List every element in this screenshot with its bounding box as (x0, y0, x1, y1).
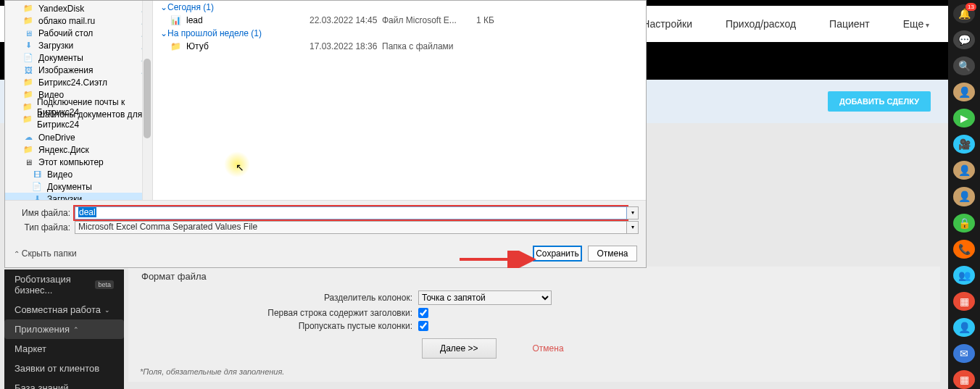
save-button[interactable]: Сохранить (533, 246, 582, 262)
cancel-button[interactable]: Отмена (588, 246, 637, 262)
first-row-checkbox[interactable] (418, 308, 428, 318)
add-deal-button[interactable]: ДОБАВИТЬ СДЕЛКУ (828, 91, 931, 112)
skip-empty-checkbox[interactable] (418, 321, 428, 331)
sidebar-item[interactable]: 🖥Рабочий стол📌 (5, 27, 152, 39)
file-date: 22.03.2022 14:45 (310, 15, 382, 25)
contact-avatar-1[interactable]: 👤 (953, 83, 975, 101)
required-note: *Поля, обязательные для заполнения. (128, 359, 940, 376)
folder-icon: ⬇ (31, 194, 43, 201)
sidebar-item-label: Загрузки (38, 41, 73, 51)
nav-income[interactable]: Приход/расход (726, 18, 796, 30)
nav-robotization[interactable]: Роботизация бизнес... (4, 269, 124, 300)
sidebar-item[interactable]: ☁OneDrive (5, 131, 152, 143)
folder-icon: 🎞 (31, 170, 43, 180)
search-icon[interactable]: 🔍 (953, 57, 975, 75)
folder-icon: 🖼 (22, 65, 34, 75)
col-sep-select[interactable]: Точка с запятой (418, 290, 552, 305)
col-sep-label: Разделитель колонок: (128, 293, 418, 303)
filetype-dropdown-icon[interactable]: ▾ (627, 221, 639, 234)
filename-input[interactable]: deal (75, 206, 627, 219)
sidebar-item[interactable]: 📄Документы (5, 180, 152, 193)
sidebar-item[interactable]: 📁Битрикс24.Сиэтл (5, 76, 152, 88)
sidebar-item-label: Этот компьютер (38, 157, 104, 167)
save-dialog: 📁YandexDisk📌📁облако mail.ru📌🖥Рабочий сто… (4, 0, 647, 268)
sidebar-item-label: Загрузки (47, 194, 82, 201)
nav-settings[interactable]: Настройки (642, 18, 692, 30)
sidebar-item[interactable]: 📁YandexDisk📌 (5, 2, 152, 14)
folder-icon: 📁 (22, 102, 33, 112)
nav-kb[interactable]: База знаний (4, 378, 124, 389)
sidebar-item[interactable]: 🖼Изображения📌 (5, 64, 152, 76)
form-cancel-link[interactable]: Отмена (533, 343, 564, 354)
nav-market[interactable]: Маркет (4, 339, 124, 359)
skip-empty-label: Пропускать пустые колонки: (128, 321, 418, 331)
import-form: Формат файла Разделитель колонок: Точка … (128, 267, 940, 382)
nav-apps[interactable]: Приложения ⌃ (4, 319, 124, 339)
folder-icon: 📁 (22, 16, 34, 26)
file-type: Файл Microsoft E... (382, 15, 476, 25)
file-row[interactable]: 📁Ютуб17.03.2022 18:36Папка с файлами (153, 40, 646, 53)
message-icon[interactable]: ✉ (953, 344, 975, 363)
contact-avatar-2[interactable]: ▶ (953, 109, 975, 127)
sidebar-item[interactable]: 📁Шаблоны документов для Битрикс24 (5, 113, 152, 125)
nav-coop[interactable]: Совместная работа ⌄ (4, 300, 124, 319)
sidebar-scrollbar[interactable] (142, 1, 152, 200)
sidebar-item-label: Рабочий стол (38, 28, 93, 38)
folder-icon: 📁 (22, 78, 34, 88)
person-icon[interactable]: 👤 (953, 318, 975, 337)
folder-icon: 🖥 (22, 28, 34, 38)
folder-icon: ⬇ (22, 41, 34, 51)
group-header[interactable]: На прошлой неделе (1) (153, 27, 646, 40)
file-type: Папка с файлами (382, 41, 476, 51)
crm-icon-2[interactable]: ▦ (953, 370, 975, 389)
sidebar-item[interactable]: 📁облако mail.ru📌 (5, 14, 152, 27)
nav-more[interactable]: Еще (903, 18, 929, 30)
filetype-select[interactable]: Microsoft Excel Comma Separated Values F… (75, 221, 627, 234)
folder-icon: 📄 (22, 53, 34, 63)
sidebar-item[interactable]: 📁Яндекс.Диск (5, 143, 152, 156)
phone-icon[interactable]: 📞 (953, 240, 975, 259)
notifications-icon[interactable]: 🔔13 (953, 4, 975, 23)
folder-icon: 📁 (22, 4, 34, 14)
sidebar-item-label: Документы (38, 53, 83, 63)
bitrix-left-nav: Роботизация бизнес... Совместная работа … (4, 269, 124, 389)
sidebar-item-label: OneDrive (38, 133, 75, 143)
sidebar-item[interactable]: ⬇Загрузки (5, 193, 152, 200)
folder-icon: 🖥 (22, 157, 34, 167)
folder-icon: ☁ (22, 133, 34, 143)
file-icon: 📊 (170, 15, 182, 25)
group-icon[interactable]: 👥 (953, 266, 975, 285)
file-row[interactable]: 📊lead22.03.2022 14:45Файл Microsoft E...… (153, 14, 646, 27)
sidebar-item[interactable]: 🎞Видео (5, 168, 152, 180)
nav-requests[interactable]: Заявки от клиентов (4, 359, 124, 378)
sidebar-item[interactable]: 📄Документы📌 (5, 51, 152, 64)
lock-icon[interactable]: 🔒 (953, 214, 975, 233)
nav-patient[interactable]: Пациент (829, 18, 870, 30)
folder-icon: 📁 (22, 114, 33, 125)
file-name: lead (186, 15, 310, 25)
dialog-sidebar[interactable]: 📁YandexDisk📌📁облако mail.ru📌🖥Рабочий сто… (5, 1, 153, 200)
hide-folders-link[interactable]: Скрыть папки (14, 248, 77, 259)
sidebar-item-label: Видео (47, 170, 72, 180)
file-date: 17.03.2022 18:36 (310, 41, 382, 51)
video-call-icon[interactable]: 🎥 (953, 135, 975, 154)
filename-label: Имя файла: (12, 208, 75, 218)
chat-icon[interactable]: 💬 (953, 30, 975, 49)
contact-avatar-3[interactable]: 👤 (953, 161, 975, 180)
sidebar-item-label: Яндекс.Диск (38, 145, 89, 155)
next-button[interactable]: Далее >> (422, 338, 497, 359)
crm-icon-1[interactable]: ▦ (953, 292, 975, 311)
file-name: Ютуб (186, 41, 310, 51)
contact-avatar-4[interactable]: 👤 (953, 187, 975, 206)
dialog-filelist[interactable]: Сегодня (1)📊lead22.03.2022 14:45Файл Mic… (153, 1, 646, 200)
sidebar-item-label: Шаблоны документов для Битрикс24 (37, 109, 146, 130)
file-icon: 📁 (170, 41, 182, 51)
sidebar-item[interactable]: ⬇Загрузки📌 (5, 39, 152, 51)
sidebar-item-label: Изображения (38, 65, 93, 75)
filename-dropdown-icon[interactable]: ▾ (627, 206, 639, 219)
group-header[interactable]: Сегодня (1) (153, 1, 646, 14)
folder-icon: 📁 (22, 145, 34, 155)
filetype-label: Тип файла: (12, 222, 75, 233)
sidebar-item[interactable]: 🖥Этот компьютер (5, 156, 152, 168)
sidebar-item-label: Документы (47, 182, 92, 192)
